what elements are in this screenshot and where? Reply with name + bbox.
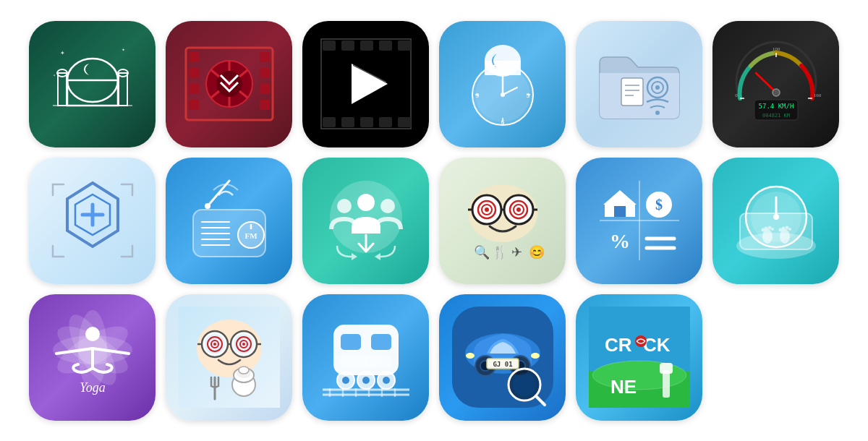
svg-rect-29 bbox=[323, 40, 336, 51]
svg-text:004821 KM: 004821 KM bbox=[762, 113, 790, 119]
svg-point-162 bbox=[242, 343, 245, 346]
svg-point-73 bbox=[773, 89, 780, 96]
app-weight-scale[interactable] bbox=[712, 158, 839, 284]
svg-marker-97 bbox=[375, 253, 380, 260]
svg-text:57.4 KM/H: 57.4 KM/H bbox=[758, 103, 793, 110]
svg-text:✈: ✈ bbox=[511, 245, 522, 260]
svg-text:$: $ bbox=[655, 197, 663, 213]
svg-point-179 bbox=[362, 377, 370, 384]
svg-marker-39 bbox=[352, 64, 388, 104]
svg-rect-210 bbox=[663, 370, 670, 398]
svg-rect-16 bbox=[260, 68, 270, 78]
svg-point-136 bbox=[771, 228, 774, 231]
app-train[interactable] bbox=[302, 294, 429, 421]
app-mosque-prayer[interactable]: ✦ ✦ ✦ bbox=[29, 21, 156, 147]
app-speedometer[interactable]: 0 100 160 57.4 KM/H 004821 KM bbox=[712, 21, 839, 147]
app-finder[interactable]: 🔍 🍴 ✈ 😊 bbox=[439, 158, 566, 284]
svg-text:3: 3 bbox=[526, 92, 529, 99]
svg-text:✦: ✦ bbox=[53, 74, 56, 77]
svg-text:100: 100 bbox=[772, 46, 780, 52]
svg-point-197 bbox=[466, 353, 475, 359]
svg-text:😊: 😊 bbox=[529, 244, 545, 260]
svg-text:CR: CR bbox=[605, 334, 632, 356]
svg-point-65 bbox=[655, 111, 660, 115]
svg-text:FM: FM bbox=[244, 231, 258, 240]
svg-text:160: 160 bbox=[813, 93, 821, 98]
svg-point-103 bbox=[485, 207, 489, 212]
svg-point-170 bbox=[239, 367, 249, 374]
svg-point-93 bbox=[357, 194, 375, 211]
svg-rect-14 bbox=[189, 100, 199, 110]
svg-point-138 bbox=[781, 227, 785, 231]
svg-point-146 bbox=[85, 327, 100, 341]
svg-rect-18 bbox=[260, 100, 270, 110]
svg-rect-31 bbox=[360, 40, 373, 51]
svg-point-181 bbox=[383, 377, 390, 384]
svg-text:✦: ✦ bbox=[122, 48, 125, 52]
svg-rect-11 bbox=[189, 52, 199, 62]
svg-rect-38 bbox=[398, 117, 411, 127]
svg-point-108 bbox=[516, 207, 521, 212]
svg-rect-32 bbox=[379, 40, 392, 51]
app-radio[interactable]: FM bbox=[166, 158, 292, 284]
app-video-player[interactable] bbox=[302, 21, 429, 147]
svg-text:NE: NE bbox=[610, 376, 637, 398]
svg-rect-12 bbox=[189, 68, 199, 78]
app-group-sync[interactable] bbox=[302, 158, 429, 284]
app-video-compress[interactable] bbox=[166, 21, 292, 147]
svg-point-157 bbox=[213, 343, 216, 346]
svg-text:0: 0 bbox=[735, 93, 738, 98]
svg-rect-17 bbox=[260, 84, 270, 94]
app-ar-toolkit[interactable] bbox=[29, 158, 156, 284]
svg-rect-172 bbox=[341, 334, 361, 350]
svg-rect-211 bbox=[660, 363, 673, 374]
app-mortgage-calc[interactable]: $ % bbox=[576, 158, 702, 284]
svg-line-72 bbox=[756, 73, 776, 93]
svg-text:1: 1 bbox=[517, 71, 520, 77]
svg-text:Yoga: Yoga bbox=[80, 380, 105, 395]
svg-rect-30 bbox=[341, 40, 354, 51]
app-yoga[interactable]: Yoga bbox=[29, 294, 156, 421]
svg-point-94 bbox=[337, 199, 352, 213]
svg-rect-35 bbox=[341, 117, 354, 127]
svg-point-139 bbox=[785, 226, 788, 230]
svg-point-130 bbox=[773, 214, 779, 220]
svg-point-82 bbox=[205, 203, 210, 209]
svg-rect-15 bbox=[260, 52, 270, 62]
app-grid: ✦ ✦ ✦ bbox=[14, 7, 854, 435]
svg-rect-37 bbox=[379, 117, 392, 127]
svg-text:🍴: 🍴 bbox=[492, 244, 509, 260]
svg-rect-173 bbox=[371, 334, 391, 350]
svg-text:CK: CK bbox=[643, 334, 671, 356]
svg-text:✦: ✦ bbox=[60, 50, 65, 56]
svg-rect-36 bbox=[360, 117, 373, 127]
app-cricket-one[interactable]: CR CK NE bbox=[576, 294, 702, 421]
svg-text:%: % bbox=[610, 230, 630, 252]
svg-rect-33 bbox=[398, 40, 411, 51]
svg-rect-7 bbox=[119, 73, 127, 106]
app-car-plate[interactable]: GJ 01 bbox=[439, 294, 566, 421]
svg-point-135 bbox=[767, 226, 771, 230]
svg-text:GJ 01: GJ 01 bbox=[493, 361, 512, 368]
svg-text:11: 11 bbox=[484, 71, 489, 77]
svg-rect-5 bbox=[58, 73, 67, 106]
svg-point-134 bbox=[764, 227, 767, 231]
svg-marker-96 bbox=[352, 253, 357, 260]
app-food-finder[interactable] bbox=[166, 294, 292, 421]
svg-point-64 bbox=[655, 85, 660, 90]
svg-rect-58 bbox=[621, 78, 643, 106]
app-prayer-clock[interactable]: 12 3 6 9 1 11 bbox=[439, 21, 566, 147]
svg-rect-119 bbox=[614, 206, 626, 217]
svg-point-95 bbox=[380, 199, 395, 213]
svg-point-196 bbox=[531, 353, 540, 359]
svg-point-53 bbox=[501, 93, 505, 97]
svg-point-201 bbox=[513, 373, 536, 396]
app-file-manager[interactable] bbox=[576, 21, 702, 147]
svg-point-140 bbox=[788, 228, 791, 231]
svg-text:🔍: 🔍 bbox=[474, 244, 490, 260]
svg-text:9: 9 bbox=[475, 92, 479, 99]
svg-rect-13 bbox=[189, 84, 199, 94]
svg-rect-171 bbox=[333, 325, 399, 375]
svg-rect-34 bbox=[323, 117, 336, 127]
svg-point-177 bbox=[342, 377, 349, 384]
